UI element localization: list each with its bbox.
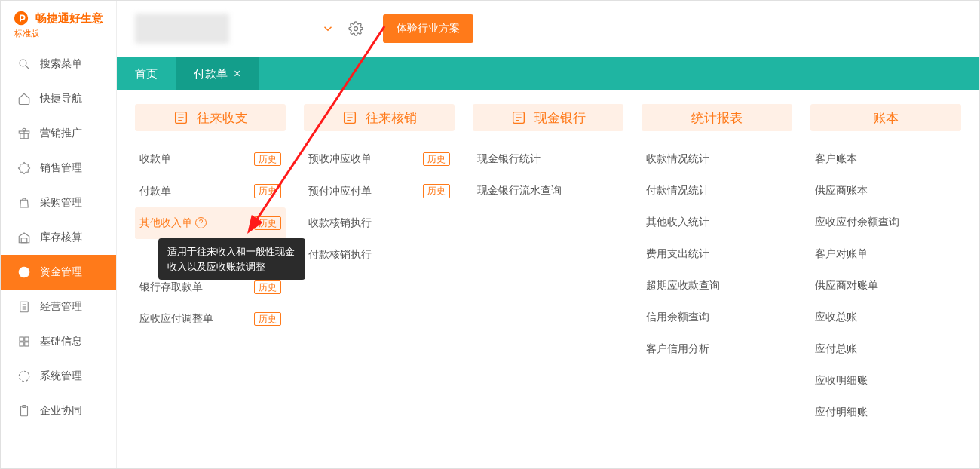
nav-label: 资金管理 [40, 265, 82, 279]
svg-rect-11 [20, 337, 23, 341]
cta-button[interactable]: 体验行业方案 [383, 14, 473, 43]
help-icon[interactable]: ? [195, 217, 207, 228]
menu-item[interactable]: 收款单历史 [135, 143, 286, 175]
menu-item-label: 信用余额查询 [646, 311, 709, 324]
menu-item-label: 付款单 [139, 185, 171, 198]
nav-item-money[interactable]: 资金管理 [1, 255, 116, 290]
tabs: 首页付款单× [117, 57, 979, 90]
bag-icon [17, 196, 31, 210]
menu-item-label: 客户信用分析 [646, 342, 709, 356]
main: 体验行业方案 首页付款单× 往来收支收款单历史付款单历史其他收入单?历史.历史银… [117, 1, 979, 468]
menu-item[interactable]: 供应商对账单 [810, 270, 961, 302]
menu-item[interactable]: 客户账本 [810, 143, 961, 175]
svg-point-0 [20, 60, 26, 66]
category-header: 往来收支 [135, 104, 286, 131]
gift-icon [17, 127, 31, 140]
logo-edition: 标准版 [1, 28, 116, 47]
menu-item-label: 付款核销执行 [308, 248, 372, 262]
menu-item[interactable]: 费用支出统计 [642, 238, 792, 270]
money-icon [17, 265, 31, 279]
history-tag[interactable]: 历史 [254, 280, 281, 294]
nav-label: 系统管理 [40, 369, 82, 383]
sidebar: 畅捷通好生意 标准版 搜索菜单快捷导航营销推广销售管理采购管理库存核算资金管理经… [1, 1, 117, 468]
nav-label: 采购管理 [40, 196, 82, 210]
nav-item-grid[interactable]: 基础信息 [1, 324, 116, 359]
category-header: 现金银行 [473, 104, 623, 131]
menu-item-label: 应收应付调整单 [139, 312, 213, 326]
menu-item[interactable]: 应付总账 [810, 333, 961, 365]
column: 统计报表收款情况统计付款情况统计其他收入统计费用支出统计超期应收款查询信用余额查… [642, 104, 792, 428]
menu-item[interactable]: 超期应收款查询 [642, 270, 792, 302]
nav-item-cycle[interactable]: 系统管理 [1, 359, 116, 394]
menu-item[interactable]: 应收总账 [810, 302, 961, 333]
tab[interactable]: 首页 [117, 57, 176, 90]
menu-item[interactable]: 供应商账本 [810, 175, 961, 207]
menu-item[interactable]: 应收应付余额查询 [810, 207, 961, 238]
menu-item[interactable]: 应收明细账 [810, 365, 961, 397]
menu-item[interactable]: 其他收入单?历史 [135, 207, 286, 239]
menu-item-label: 现金银行统计 [477, 152, 541, 166]
logo-text: 畅捷通好生意 [35, 11, 103, 26]
nav-label: 搜索菜单 [40, 57, 82, 71]
history-tag[interactable]: 历史 [254, 152, 281, 166]
menu-item-label: 费用支出统计 [646, 247, 709, 261]
menu-item[interactable]: 预付冲应付单历史 [304, 175, 455, 207]
clipboard-icon [17, 404, 31, 418]
badge-icon [17, 161, 31, 175]
menu-item[interactable]: 信用余额查询 [642, 302, 792, 333]
nav-item-bag[interactable]: 采购管理 [1, 185, 116, 220]
topbar: 体验行业方案 [117, 1, 979, 57]
warehouse-icon [17, 231, 31, 244]
menu-item[interactable]: 付款情况统计 [642, 175, 792, 207]
menu-item-label: 超期应收款查询 [646, 279, 720, 293]
column: 现金银行现金银行统计现金银行流水查询 [473, 104, 623, 428]
nav-item-sheet[interactable]: 经营管理 [1, 290, 116, 324]
home-icon [17, 92, 31, 106]
menu-item[interactable]: 收款核销执行 [304, 207, 455, 239]
svg-rect-5 [21, 238, 27, 243]
history-tag[interactable]: 历史 [254, 184, 281, 198]
close-icon[interactable]: × [234, 67, 240, 81]
menu-item[interactable]: 付款单历史 [135, 175, 286, 207]
svg-rect-14 [25, 342, 29, 346]
nav-item-warehouse[interactable]: 库存核算 [1, 220, 116, 255]
nav-item-gift[interactable]: 营销推广 [1, 116, 116, 151]
tab[interactable]: 付款单× [176, 57, 259, 90]
nav-item-badge[interactable]: 销售管理 [1, 151, 116, 185]
history-tag[interactable]: 历史 [423, 152, 450, 166]
menu-item[interactable]: 客户对账单 [810, 238, 961, 270]
nav-label: 库存核算 [40, 231, 82, 244]
menu-item-label: 银行存取款单 [139, 280, 203, 294]
category-header: 统计报表 [642, 104, 792, 131]
nav-label: 销售管理 [40, 161, 82, 175]
menu-item[interactable]: 现金银行流水查询 [473, 175, 623, 207]
menu-item[interactable]: 应付明细账 [810, 397, 961, 428]
chevron-down-icon[interactable] [321, 22, 335, 35]
nav-item-home[interactable]: 快捷导航 [1, 81, 116, 116]
svg-rect-12 [25, 337, 29, 341]
menu-item-label: 应收明细账 [815, 374, 868, 388]
menu-item[interactable]: 应收应付调整单历史 [135, 303, 286, 335]
menu-item-label: 现金银行流水查询 [477, 184, 562, 198]
menu-item[interactable]: 客户信用分析 [642, 333, 792, 365]
category-title: 往来核销 [366, 109, 417, 127]
menu-item[interactable]: 付款核销执行 [304, 239, 455, 271]
menu-item-label: 应收应付余额查询 [815, 216, 899, 229]
nav-label: 企业协同 [40, 404, 82, 418]
menu-item[interactable]: 现金银行统计 [473, 143, 623, 175]
nav-item-clipboard[interactable]: 企业协同 [1, 394, 116, 428]
org-name-blurred [135, 14, 229, 44]
category-title: 账本 [873, 109, 899, 127]
history-tag[interactable]: 历史 [423, 184, 450, 198]
menu-item[interactable]: 预收冲应收单历史 [304, 143, 455, 175]
nav-label: 经营管理 [40, 300, 82, 314]
menu-item[interactable]: 收款情况统计 [642, 143, 792, 175]
menu-item[interactable]: 其他收入统计 [642, 207, 792, 238]
gear-icon[interactable] [348, 21, 363, 36]
history-tag[interactable]: 历史 [254, 312, 281, 326]
history-tag[interactable]: 历史 [254, 216, 281, 230]
menu-item-label: 其他收入统计 [646, 216, 709, 229]
logo-icon [13, 10, 29, 26]
column: 账本客户账本供应商账本应收应付余额查询客户对账单供应商对账单应收总账应付总账应收… [810, 104, 961, 428]
nav-item-search[interactable]: 搜索菜单 [1, 47, 116, 81]
